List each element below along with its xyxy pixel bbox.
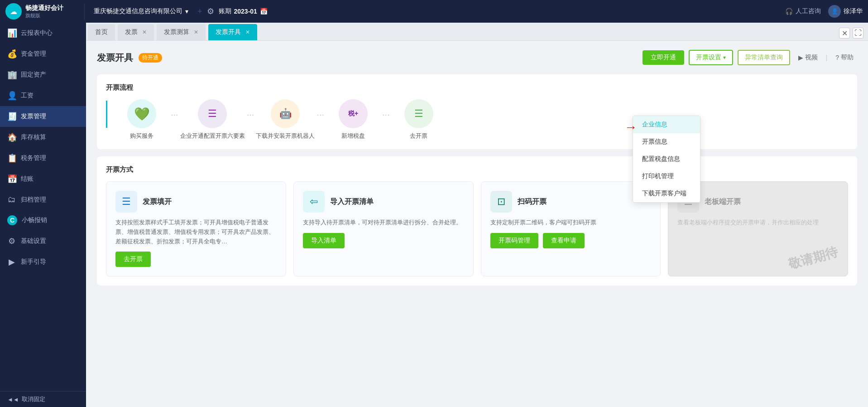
methods-section: 开票方式 ☰ 发票填开 支持按照发票样式手工填开发票；可开具增值税电子普通发票、… xyxy=(97,156,857,286)
sidebar-label-invoice-mgmt: 发票管理 xyxy=(21,112,46,121)
flow-step-download-robot: 🤖 下载并安装开票机器人 xyxy=(256,99,315,140)
headset-icon: 🎧 xyxy=(785,8,793,15)
method-card-fill-invoice: ☰ 发票填开 支持按照发票样式手工填开发票；可开具增值税电子普通发票、增值税普通… xyxy=(106,181,286,276)
activate-btn[interactable]: 立即开通 xyxy=(643,50,684,65)
tab-close-btn[interactable]: ✕ xyxy=(839,28,850,39)
flow-arrow-1: ··· xyxy=(171,109,178,120)
top-divider: + xyxy=(197,7,202,16)
top-right: 🎧 人工咨询 👤 徐泽华 xyxy=(785,5,863,18)
sidebar-scroll: 📊 云报表中心 💰 资金管理 🏢 固定资产 👤 工资 🧾 发票管理 xyxy=(0,23,86,391)
company-dropdown-icon: ▾ xyxy=(185,8,188,15)
sidebar-item-invoice-mgmt[interactable]: 🧾 发票管理 xyxy=(0,106,86,127)
view-apply-btn[interactable]: 查看申请 xyxy=(543,233,585,248)
period-info: 账期 2023-01 📅 xyxy=(219,7,268,15)
divider: | xyxy=(826,54,828,61)
method-header-import-list: ⇦ 导入开票清单 xyxy=(303,191,464,213)
sidebar-item-tax-mgmt[interactable]: 📋 税务管理 xyxy=(0,148,86,169)
calendar-icon[interactable]: 📅 xyxy=(260,8,268,15)
exception-btn[interactable]: 异常清单查询 xyxy=(738,50,790,65)
settings-dropdown-menu: 企业信息 开票信息 配置税盘信息 打印机管理 下载开票客户端 xyxy=(633,116,700,203)
settings-icon[interactable]: ⚙ xyxy=(207,6,214,16)
methods-section-title: 开票方式 xyxy=(106,165,848,174)
settings-btn[interactable]: 开票设置 ▾ xyxy=(689,50,733,65)
tab-invoice-calc[interactable]: 发票测算 ✕ xyxy=(157,24,206,40)
tab-invoice-open-close[interactable]: ✕ xyxy=(245,29,250,35)
method-desc-import-list: 支持导入待开票清单，可对待开票清单进行拆分、合并处理。 xyxy=(303,218,464,228)
tab-invoice-open[interactable]: 发票开具 ✕ xyxy=(208,24,257,40)
tab-invoice-calc-close[interactable]: ✕ xyxy=(194,29,198,35)
method-desc-fill-invoice: 支持按照发票样式手工填开发票；可开具增值税电子普通发票、增值税普通发票、增值税专… xyxy=(115,218,277,246)
sidebar-label-tax-mgmt: 税务管理 xyxy=(21,154,46,162)
fill-invoice-btn[interactable]: 去开票 xyxy=(115,252,151,267)
sidebar-item-archive[interactable]: 🗂 归档管理 xyxy=(0,189,86,210)
archive-icon: 🗂 xyxy=(7,195,16,204)
report-sales-icon: C xyxy=(7,215,17,225)
period-value: 2023-01 xyxy=(234,8,257,15)
import-list-btn[interactable]: 导入清单 xyxy=(303,233,345,248)
sidebar-label-fund-mgmt: 资金管理 xyxy=(21,50,46,58)
content-area: 首页 发票 ✕ 发票测算 ✕ 发票开具 ✕ ✕ ⛶ xyxy=(86,23,868,407)
sidebar-item-payroll[interactable]: 👤 工资 xyxy=(0,85,86,106)
sidebar-bottom-cancel-pin[interactable]: ◄◄ 取消固定 xyxy=(0,391,86,407)
flow-divider xyxy=(106,101,107,128)
tab-invoice-close[interactable]: ✕ xyxy=(142,29,147,35)
page-header-actions: 立即开通 开票设置 ▾ 异常清单查询 ▶ 视频 | xyxy=(643,50,857,65)
top-bar: ☁ 畅捷通好会计 旗舰版 重庆畅捷交通信息咨询有限公司 ▾ + ⚙ 账期 202… xyxy=(0,0,868,23)
sidebar-item-new-guide[interactable]: ▶ 新手引导 xyxy=(0,252,86,272)
sidebar-item-report-sales[interactable]: C 小畅报销 xyxy=(0,210,86,231)
settings-chevron-icon: ▾ xyxy=(723,54,726,61)
dropdown-item-tax-disk[interactable]: 配置税盘信息 xyxy=(633,150,700,168)
dropdown-item-printer[interactable]: 打印机管理 xyxy=(633,168,700,185)
company-name: 重庆畅捷交通信息咨询有限公司 xyxy=(94,7,182,15)
sidebar-item-inventory[interactable]: 🏠 库存核算 xyxy=(0,127,86,148)
pin-icon: ◄◄ xyxy=(7,396,19,403)
step-icon-download-robot: 🤖 xyxy=(271,99,300,128)
method-desc-scan-invoice: 支持定制开票二维码，客户端可扫码开票 xyxy=(490,218,652,228)
step-label-buy-service: 购买服务 xyxy=(130,132,153,140)
sidebar-item-cloud-report[interactable]: 📊 云报表中心 xyxy=(0,23,86,44)
flow-step-go-invoice: ☰ 去开票 xyxy=(392,99,446,140)
sidebar-label-payroll: 工资 xyxy=(21,92,34,100)
settings-btn-label: 开票设置 xyxy=(696,53,721,62)
flow-arrow-2: ··· xyxy=(247,109,254,120)
user-info[interactable]: 👤 徐泽华 xyxy=(828,5,863,18)
sidebar-item-fixed-assets[interactable]: 🏢 固定资产 xyxy=(0,64,86,85)
settings-dropdown-wrapper: 开票设置 ▾ xyxy=(689,50,733,65)
dropdown-item-invoice-info[interactable]: 开票信息 xyxy=(633,133,700,150)
video-btn[interactable]: ▶ 视频 xyxy=(795,51,821,64)
logo-area: ☁ 畅捷通好会计 旗舰版 xyxy=(5,3,85,19)
company-selector[interactable]: 重庆畅捷交通信息咨询有限公司 ▾ xyxy=(89,5,193,17)
dropdown-item-company-info[interactable]: 企业信息 xyxy=(633,116,700,133)
method-title-import-list: 导入开票清单 xyxy=(330,197,374,207)
tab-home[interactable]: 首页 xyxy=(88,24,115,40)
payroll-icon: 👤 xyxy=(7,91,16,101)
scan-code-mgmt-btn[interactable]: 开票码管理 xyxy=(490,233,538,248)
accounting-icon: 📅 xyxy=(7,174,16,184)
sidebar: 📊 云报表中心 💰 资金管理 🏢 固定资产 👤 工资 🧾 发票管理 xyxy=(0,23,86,407)
sidebar-bottom-label: 取消固定 xyxy=(22,395,45,403)
step-label-download-robot: 下载并安装开票机器人 xyxy=(256,132,315,140)
flow-section: 开票流程 💚 购买服务 ··· ☰ 企业开通配置开票六要素 xyxy=(97,74,857,149)
help-btn[interactable]: ? 帮助 xyxy=(832,51,857,64)
flow-arrow-4: ··· xyxy=(382,109,390,120)
inventory-icon: 🏠 xyxy=(7,132,16,142)
step-icon-config-enterprise: ☰ xyxy=(198,99,227,128)
logo-text: 畅捷通好会计 xyxy=(25,4,63,12)
tab-invoice[interactable]: 发票 ✕ xyxy=(118,24,154,40)
dropdown-item-download-client[interactable]: 下载开票客户端 xyxy=(633,185,700,202)
logo-icon: ☁ xyxy=(5,3,22,19)
tax-mgmt-icon: 📋 xyxy=(7,153,16,163)
method-title-boss-invoice: 老板端开票 xyxy=(705,197,741,207)
sidebar-label-cloud-report: 云报表中心 xyxy=(21,29,53,37)
sidebar-item-basic-settings[interactable]: ⚙ 基础设置 xyxy=(0,231,86,252)
sidebar-item-fund-mgmt[interactable]: 💰 资金管理 xyxy=(0,44,86,64)
method-icon-scan-invoice: ⊡ xyxy=(490,191,512,213)
step-label-add-tax-disk: 新增税盘 xyxy=(341,132,365,140)
flow-step-buy-service: 💚 购买服务 xyxy=(115,99,169,140)
consultant-btn[interactable]: 🎧 人工咨询 xyxy=(785,7,821,15)
sidebar-item-accounting[interactable]: 📅 结账 xyxy=(0,169,86,189)
new-guide-icon: ▶ xyxy=(7,257,16,267)
tab-invoice-calc-label: 发票测算 xyxy=(164,28,189,36)
tab-invoice-open-label: 发票开具 xyxy=(216,28,241,36)
tab-maximize-btn[interactable]: ⛶ xyxy=(853,28,863,39)
